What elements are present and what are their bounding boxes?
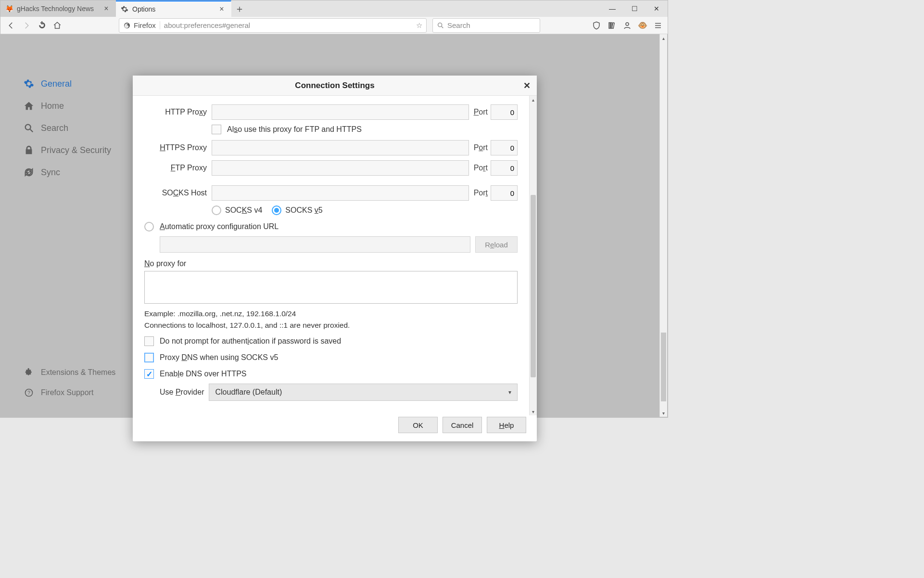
toolbar-right-icons: 🐵 bbox=[591, 20, 664, 31]
bookmark-star-icon[interactable]: ☆ bbox=[416, 21, 422, 30]
no-prompt-checkbox[interactable] bbox=[144, 336, 154, 346]
socks4-label: SOCKS v4 bbox=[225, 206, 262, 215]
share-proxy-label: Also use this proxy for FTP and HTTPS bbox=[227, 125, 362, 134]
ftp-proxy-row: FTP Proxy Port bbox=[144, 160, 518, 176]
tracking-protection-icon[interactable] bbox=[591, 20, 602, 31]
tab-options[interactable]: Options × bbox=[116, 0, 231, 17]
chevron-down-icon: ▾ bbox=[508, 389, 511, 396]
share-proxy-row: Also use this proxy for FTP and HTTPS bbox=[212, 125, 518, 134]
dialog-scroll-area: HTTP Proxy Port Also use this proxy for … bbox=[133, 96, 529, 415]
port-label: Port bbox=[474, 143, 488, 152]
extension-icon[interactable]: 🐵 bbox=[637, 20, 648, 31]
socks4-option[interactable]: SOCKS v4 bbox=[212, 206, 262, 215]
window-controls: — ☐ ✕ bbox=[601, 0, 668, 17]
tab-strip: 🦊 gHacks Technology News × Options × ＋ —… bbox=[0, 0, 668, 17]
forward-button[interactable] bbox=[20, 19, 33, 32]
dialog-close-button[interactable]: ✕ bbox=[520, 79, 533, 92]
scroll-up-icon[interactable]: ▴ bbox=[660, 34, 667, 42]
tab-close-icon[interactable]: × bbox=[217, 5, 226, 13]
window-maximize[interactable]: ☐ bbox=[623, 0, 646, 17]
library-icon[interactable] bbox=[606, 20, 618, 31]
enable-doh-checkbox[interactable]: ✓ bbox=[144, 369, 154, 379]
doh-provider-value: Cloudflare (Default) bbox=[215, 388, 282, 397]
enable-doh-row: ✓ Enable DNS over HTTPS bbox=[144, 369, 518, 379]
no-prompt-label: Do not prompt for authentication if pass… bbox=[160, 337, 341, 346]
scroll-thumb[interactable] bbox=[661, 333, 666, 401]
no-proxy-textarea[interactable] bbox=[144, 271, 518, 304]
use-provider-label: Use Provider bbox=[160, 388, 204, 397]
url-bar[interactable]: Firefox about:preferences#general ☆ bbox=[119, 18, 427, 33]
radio-icon bbox=[272, 206, 281, 215]
page-scrollbar[interactable]: ▴ ▾ bbox=[659, 34, 667, 417]
favicon-ghacks: 🦊 bbox=[5, 5, 13, 13]
http-proxy-label: HTTP Proxy bbox=[144, 108, 207, 116]
scroll-down-icon[interactable]: ▾ bbox=[530, 408, 537, 415]
gear-icon bbox=[121, 5, 128, 13]
auto-pac-label: Automatic proxy configuration URL bbox=[160, 222, 278, 231]
scroll-thumb[interactable] bbox=[531, 195, 536, 377]
http-proxy-row: HTTP Proxy Port bbox=[144, 104, 518, 120]
enable-doh-label: Enable DNS over HTTPS bbox=[160, 370, 247, 378]
dialog-scrollbar[interactable]: ▴ ▾ bbox=[529, 96, 537, 415]
identity-label: Firefox bbox=[134, 21, 156, 29]
socks5-label: SOCKS v5 bbox=[285, 206, 322, 215]
new-tab-button[interactable]: ＋ bbox=[231, 0, 248, 17]
pac-url-input[interactable] bbox=[160, 236, 470, 253]
tab-ghacks[interactable]: 🦊 gHacks Technology News × bbox=[0, 0, 116, 17]
no-proxy-label: No proxy for bbox=[144, 259, 518, 268]
dialog-title: Connection Settings bbox=[295, 81, 374, 90]
socks-version-row: SOCKS v4 SOCKS v5 bbox=[212, 206, 518, 215]
ftp-proxy-input[interactable] bbox=[212, 160, 469, 176]
dialog-header: Connection Settings ✕ bbox=[133, 76, 537, 96]
window-close[interactable]: ✕ bbox=[646, 0, 668, 17]
reload-button[interactable] bbox=[35, 19, 49, 32]
pac-url-row: Reload bbox=[160, 236, 518, 253]
reload-button[interactable]: Reload bbox=[475, 236, 518, 253]
ok-button[interactable]: OK bbox=[398, 417, 438, 433]
https-proxy-input[interactable] bbox=[212, 140, 469, 155]
socks-host-input[interactable] bbox=[212, 185, 469, 201]
share-proxy-checkbox[interactable] bbox=[212, 125, 221, 134]
firefox-logo-icon bbox=[123, 22, 131, 29]
tab-close-icon[interactable]: × bbox=[102, 4, 111, 13]
no-proxy-example: Example: .mozilla.org, .net.nz, 192.168.… bbox=[144, 309, 518, 318]
socks-host-row: SOCKS Host Port bbox=[144, 185, 518, 201]
proxy-dns-checkbox[interactable] bbox=[144, 353, 154, 362]
auto-pac-option[interactable]: Automatic proxy configuration URL bbox=[144, 222, 518, 231]
menu-icon[interactable] bbox=[652, 20, 664, 31]
url-text: about:preferences#general bbox=[164, 21, 416, 29]
search-bar[interactable]: Search bbox=[432, 18, 540, 33]
svg-point-2 bbox=[626, 23, 629, 26]
identity-box[interactable]: Firefox bbox=[123, 21, 160, 29]
localhost-note: Connections to localhost, 127.0.0.1, and… bbox=[144, 321, 518, 330]
doh-provider-dropdown[interactable]: Cloudflare (Default) ▾ bbox=[209, 384, 518, 401]
http-proxy-input[interactable] bbox=[212, 104, 469, 120]
https-proxy-row: HTTPS Proxy Port bbox=[144, 140, 518, 155]
radio-icon bbox=[212, 206, 221, 215]
https-port-input[interactable] bbox=[491, 140, 518, 155]
tab-label: Options bbox=[132, 5, 217, 13]
account-icon[interactable] bbox=[621, 20, 633, 31]
home-button[interactable] bbox=[51, 19, 64, 32]
window-minimize[interactable]: — bbox=[601, 0, 623, 17]
dialog-body: HTTP Proxy Port Also use this proxy for … bbox=[133, 96, 537, 415]
doh-provider-row: Use Provider Cloudflare (Default) ▾ bbox=[160, 384, 518, 401]
back-button[interactable] bbox=[4, 19, 18, 32]
socks-host-label: SOCKS Host bbox=[144, 189, 207, 197]
http-port-input[interactable] bbox=[491, 104, 518, 120]
socks5-option[interactable]: SOCKS v5 bbox=[272, 206, 322, 215]
tab-label: gHacks Technology News bbox=[17, 5, 102, 13]
ftp-proxy-label: FTP Proxy bbox=[144, 164, 207, 172]
navigation-toolbar: Firefox about:preferences#general ☆ Sear… bbox=[0, 17, 668, 34]
search-icon bbox=[437, 22, 444, 29]
help-button[interactable]: Help bbox=[487, 417, 526, 433]
dialog-footer: OK Cancel Help bbox=[133, 415, 537, 441]
port-label: Port bbox=[474, 164, 488, 172]
browser-window: 🦊 gHacks Technology News × Options × ＋ —… bbox=[0, 0, 668, 418]
scroll-down-icon[interactable]: ▾ bbox=[660, 409, 667, 417]
svg-point-1 bbox=[438, 23, 442, 26]
socks-port-input[interactable] bbox=[491, 185, 518, 201]
ftp-port-input[interactable] bbox=[491, 160, 518, 176]
cancel-button[interactable]: Cancel bbox=[443, 417, 482, 433]
scroll-up-icon[interactable]: ▴ bbox=[530, 96, 537, 103]
